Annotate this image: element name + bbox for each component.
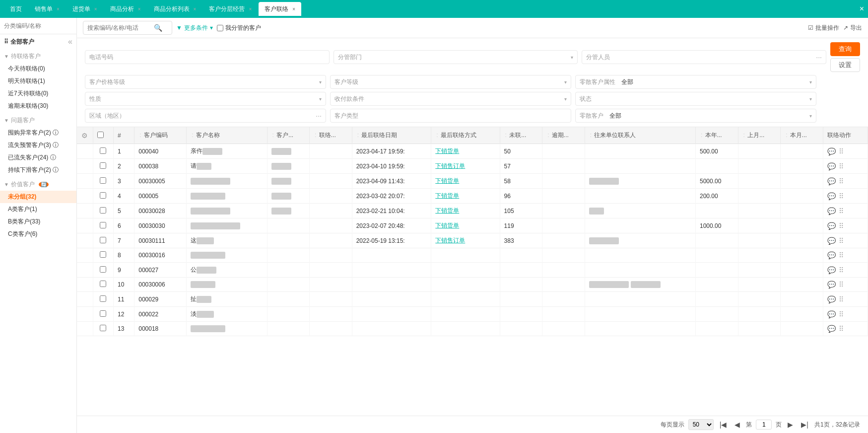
price-grade-arrow-icon[interactable]: ▾ (319, 79, 322, 85)
query-button[interactable]: 查询 (830, 42, 860, 56)
row-checkbox[interactable] (100, 266, 106, 273)
search-box[interactable]: 🔍 (83, 21, 172, 35)
message-icon[interactable]: 💬 (827, 325, 836, 333)
message-icon[interactable]: 💬 (827, 281, 836, 289)
sidebar-item-churned[interactable]: 已流失客户(24) ⓘ (0, 151, 76, 164)
tab-customer-contact[interactable]: 客户联络 × (259, 2, 301, 16)
last-page-btn[interactable]: ▶| (799, 420, 810, 430)
td-row-checkbox[interactable] (93, 292, 114, 307)
td-actions[interactable]: 💬 ⠿ (823, 159, 868, 174)
retail-customer-arrow-icon[interactable]: ▾ (809, 113, 812, 119)
gear-icon[interactable]: ⚙ (81, 132, 88, 140)
my-customers-checkbox[interactable]: 我分管的客户 (217, 24, 261, 32)
more-actions-icon[interactable]: ⠿ (839, 192, 844, 200)
more-actions-icon[interactable]: ⠿ (839, 162, 844, 170)
prev-page-btn[interactable]: ◀ (733, 420, 742, 430)
td-actions[interactable]: 💬 ⠿ (823, 233, 868, 248)
last-way-link[interactable]: 下销货单 (435, 192, 459, 199)
tab-home[interactable]: 首页 (4, 2, 28, 16)
td-actions[interactable]: 💬 ⠿ (823, 263, 868, 278)
sidebar-item-ungrouped[interactable]: 未分组(32) (0, 191, 76, 203)
close-sales-tab[interactable]: × (57, 6, 60, 12)
close-customer-mgmt-tab[interactable]: × (249, 6, 252, 12)
th-code[interactable]: : 客户编码 (134, 127, 187, 144)
td-actions[interactable]: 💬 ⠿ (823, 144, 868, 159)
row-checkbox[interactable] (100, 147, 106, 154)
message-icon[interactable]: 💬 (827, 251, 836, 259)
row-checkbox[interactable] (100, 281, 106, 287)
td-last-way[interactable]: 下销售订单 (431, 159, 500, 174)
th-un-contact[interactable]: : 未联... (500, 127, 542, 144)
close-analysis-list-tab[interactable]: × (194, 6, 197, 12)
batch-operation-btn[interactable]: ☑ 批量操作 (808, 24, 839, 32)
sidebar-item-7days[interactable]: 近7天待联络(0) (0, 87, 76, 100)
message-icon[interactable]: 💬 (827, 207, 836, 215)
td-last-way[interactable] (431, 278, 500, 292)
row-checkbox[interactable] (100, 295, 106, 302)
sidebar-collapse-btn[interactable]: « (68, 37, 72, 46)
row-checkbox[interactable] (100, 325, 106, 331)
sidebar-item-hoarding[interactable]: 囤购异常客户(2) ⓘ (0, 127, 76, 139)
close-purchase-tab[interactable]: × (94, 6, 97, 12)
th-last-month[interactable]: : 上月... (738, 127, 781, 144)
status-arrow-icon[interactable]: ▾ (809, 96, 812, 102)
td-row-checkbox[interactable] (93, 159, 114, 174)
th-name[interactable]: : 客户名称 (187, 127, 267, 144)
more-actions-icon[interactable]: ⠿ (839, 281, 844, 289)
last-way-link[interactable]: 下销货单 (435, 177, 459, 184)
td-row-checkbox[interactable] (93, 322, 114, 336)
td-row-checkbox[interactable] (93, 174, 114, 189)
more-actions-icon[interactable]: ⠿ (839, 310, 844, 318)
person-dots-icon[interactable]: ··· (816, 53, 822, 61)
td-actions[interactable]: 💬 ⠿ (823, 189, 868, 204)
last-way-link[interactable]: 下销售订单 (435, 162, 465, 169)
sidebar-search-input[interactable] (4, 22, 77, 29)
search-icon[interactable]: 🔍 (154, 24, 162, 32)
sidebar-item-class-c[interactable]: C类客户(6) (0, 228, 76, 240)
first-page-btn[interactable]: |◀ (718, 420, 729, 430)
sidebar-section-problem-title[interactable]: ▼ 问题客户 (0, 114, 76, 127)
row-checkbox[interactable] (100, 237, 106, 243)
th-customer[interactable]: : 客户... (267, 127, 310, 144)
tab-sales[interactable]: 销售单 × (29, 2, 66, 16)
td-last-way[interactable] (431, 292, 500, 307)
my-customers-check[interactable] (217, 25, 223, 31)
th-this-year[interactable]: : 本年... (696, 127, 738, 144)
nature-arrow-icon[interactable]: ▾ (319, 96, 322, 102)
th-last-date[interactable]: : 最后联络日期 (352, 127, 431, 144)
th-this-month[interactable]: : 本月... (781, 127, 823, 144)
next-page-btn[interactable]: ▶ (786, 420, 795, 430)
tab-customer-mgmt[interactable]: 客户分层经营 × (203, 2, 258, 16)
td-row-checkbox[interactable] (93, 233, 114, 248)
reset-button[interactable]: 设置 (830, 58, 860, 72)
sidebar-item-declining[interactable]: 持续下滑客户(2) ⓘ (0, 164, 76, 176)
more-actions-icon[interactable]: ⠿ (839, 325, 844, 333)
sidebar-item-class-a[interactable]: A类客户(1) (0, 203, 76, 216)
td-row-checkbox[interactable] (93, 278, 114, 292)
more-conditions-btn[interactable]: ▼ 更多条件 ▾ (176, 24, 213, 32)
more-actions-icon[interactable]: ⠿ (839, 147, 844, 155)
td-last-way[interactable]: 下销货单 (431, 218, 500, 233)
sidebar-all-customers[interactable]: ⠿ 全部客户 (4, 38, 34, 46)
td-last-way[interactable]: 下销货单 (431, 204, 500, 218)
sidebar-item-today[interactable]: 今天待联络(0) (0, 63, 76, 75)
td-last-way[interactable] (431, 263, 500, 278)
region-dots-icon[interactable]: ··· (316, 112, 322, 120)
sidebar-item-class-b[interactable]: B类客户(33) (0, 216, 76, 228)
more-actions-icon[interactable]: ⠿ (839, 177, 844, 185)
close-customer-contact-tab[interactable]: × (292, 6, 295, 12)
td-row-checkbox[interactable] (93, 263, 114, 278)
message-icon[interactable]: 💬 (827, 237, 836, 245)
page-input[interactable] (756, 420, 772, 430)
close-analysis-tab[interactable]: × (138, 6, 141, 12)
select-all-checkbox[interactable] (97, 132, 104, 138)
message-icon[interactable]: 💬 (827, 147, 836, 155)
tab-analysis[interactable]: 商品分析 × (104, 2, 147, 16)
per-page-select[interactable]: 50 100 (688, 419, 714, 430)
last-way-link[interactable]: 下销售订单 (435, 237, 465, 244)
last-way-link[interactable]: 下销货单 (435, 207, 459, 214)
row-checkbox[interactable] (100, 192, 106, 199)
message-icon[interactable]: 💬 (827, 266, 836, 274)
customer-grade-arrow-icon[interactable]: ▾ (564, 79, 567, 85)
more-actions-icon[interactable]: ⠿ (839, 295, 844, 303)
